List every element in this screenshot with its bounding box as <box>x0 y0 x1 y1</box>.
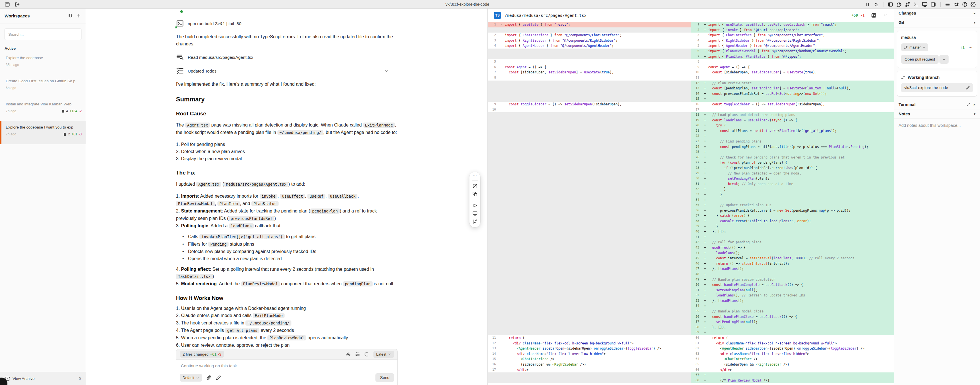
changes-section-label: Changes <box>899 11 916 16</box>
terminal-section-header[interactable]: Terminal ▸ <box>894 100 980 110</box>
annotate-icon[interactable] <box>216 375 221 380</box>
tool-call-row[interactable]: npm run build 2>&1 | tail -80 <box>176 19 397 27</box>
tool-call-row[interactable]: Updated Todos <box>176 67 397 75</box>
changes-section-header[interactable]: Changes ▸ <box>894 9 980 18</box>
diff-new-side: 19+ const loadPlans = useCallback(async … <box>691 118 894 123</box>
git-section-header[interactable]: Git ▾ <box>894 18 980 27</box>
working-branch-input[interactable]: vk/3ccf-explore-the-code <box>901 83 973 92</box>
diff-row: 36+ previousPlanIdsRef.current = new Set… <box>488 208 894 213</box>
workspace-item[interactable]: Install and integrate Vibe Kanban Web7h … <box>0 98 86 121</box>
panel-right-icon[interactable] <box>931 2 936 7</box>
list-item: 5. Modal rendering: Added the PlanReview… <box>176 280 397 288</box>
monitor-icon[interactable] <box>922 2 928 7</box>
drag-handle[interactable]: ⋯ <box>473 174 477 177</box>
layers-icon[interactable] <box>68 13 73 18</box>
open-pull-request-button[interactable]: Open pull request <box>901 55 939 64</box>
latest-version-button[interactable]: Latest <box>374 351 394 358</box>
pause-icon[interactable] <box>865 2 870 7</box>
diff-row: 68+ {/* Plan Review Modal */} <box>488 378 894 383</box>
diff-row: 34+ <box>488 197 894 203</box>
diff-row: 40+ }, []); <box>488 229 894 234</box>
collapse-up-icon[interactable] <box>873 2 879 7</box>
code-line: import { RightSidebar } from "@/componen… <box>708 38 821 43</box>
diff-old-side: 5 <box>488 59 691 65</box>
image-off-icon[interactable] <box>473 184 477 188</box>
diff-row: 57+ setPendingPlan(null); <box>488 319 894 325</box>
diff-new-side: 24+ const pendingPlans = allPlans.filter… <box>691 144 894 150</box>
copy-icon[interactable] <box>473 192 477 197</box>
line-number: 5 <box>691 43 702 49</box>
tool-call-row[interactable]: Read medusa/src/pages/Agent.tsx <box>176 53 397 61</box>
send-button[interactable]: Send <box>375 373 394 382</box>
message-composer[interactable]: Continue working on this task... Default… <box>176 360 398 385</box>
toggle-preview-icon[interactable] <box>871 13 876 18</box>
diff-split-view[interactable]: 1-import { useState } from "react";1+imp… <box>488 22 894 385</box>
diff-old-side <box>488 192 691 197</box>
diff-sign <box>499 256 505 261</box>
git-branch-icon[interactable] <box>473 219 477 224</box>
view-archive-button[interactable]: View Archive 0 <box>0 372 86 385</box>
settings-icon[interactable] <box>970 2 976 7</box>
search-input[interactable] <box>5 29 81 40</box>
files-changed-pill[interactable]: 2 files changed +61 -3 <box>180 351 224 358</box>
menu-icon[interactable] <box>945 2 950 7</box>
more-actions-button[interactable]: ⋯ <box>969 45 973 50</box>
diff-row: 1017 <box>488 107 894 113</box>
diff-sign: + <box>702 277 708 282</box>
attach-file-icon[interactable] <box>207 375 212 380</box>
chevron-down-icon <box>923 46 926 49</box>
line-number: 16 <box>691 102 702 107</box>
diff-sign: + <box>702 155 708 160</box>
pull-request-options-button[interactable] <box>939 55 948 64</box>
diff-sign: + <box>702 96 708 102</box>
terminal-section-label: Terminal <box>899 102 915 107</box>
chat-bubble-icon[interactable] <box>896 2 902 7</box>
workspace-item[interactable]: Explore the codebase I want you to exp7h… <box>0 121 86 144</box>
diff-header: TS /medusa/medusa/src/pages/Agent.tsx +5… <box>488 9 894 22</box>
line-number: 2 <box>488 33 499 38</box>
diff-new-side: 22+ <box>691 134 894 139</box>
collapse-file-icon[interactable] <box>883 13 888 18</box>
monitor-icon[interactable] <box>473 211 477 216</box>
diff-row: 27+ for (const plan of pendingPlans) { <box>488 160 894 165</box>
branch-select-button[interactable]: master <box>901 43 928 51</box>
diff-sign: + <box>702 288 708 293</box>
diff-sign: + <box>702 81 708 86</box>
edit-branch-icon[interactable] <box>966 86 970 90</box>
tasks-icon[interactable] <box>355 352 360 357</box>
mode-select-button[interactable]: Default <box>180 374 202 382</box>
line-number: 4 <box>488 43 499 49</box>
line-number <box>488 181 499 187</box>
sparkle-icon[interactable] <box>346 352 351 357</box>
line-number: 14 <box>488 351 499 357</box>
megaphone-icon[interactable] <box>953 2 959 7</box>
diff-row: 31+ break; // Only open one at a time <box>488 181 894 187</box>
line-number <box>488 134 499 139</box>
diff-sign <box>702 38 708 43</box>
workspace-item[interactable]: Explore the codebase35m ago <box>0 52 86 75</box>
code-line: const interval = setInterval(loadPlans, … <box>708 256 854 261</box>
line-number <box>488 282 499 288</box>
diff-sign: + <box>702 234 708 240</box>
line-number: 53 <box>691 298 702 304</box>
notes-section-header[interactable]: Notes ▾ <box>894 110 980 119</box>
sign-out-icon[interactable] <box>14 2 20 7</box>
diff-new-side: 50+ const handlePlanComplete = useCallba… <box>691 282 894 288</box>
terminal-icon[interactable] <box>913 2 919 7</box>
chevron-down-icon[interactable] <box>384 68 388 73</box>
dock-panel-icon[interactable] <box>5 2 10 7</box>
notes-placeholder[interactable]: Add notes about this workspace... <box>894 119 980 385</box>
help-icon[interactable] <box>962 2 967 7</box>
diff-old-side <box>488 181 691 187</box>
expand-terminal-icon[interactable] <box>967 103 970 107</box>
code-line: useEffect(() => { <box>708 245 746 250</box>
workspace-item[interactable]: Create Good First Issues on Github So p6… <box>0 75 86 98</box>
panel-left-icon[interactable] <box>888 2 893 7</box>
diff-sign: + <box>702 118 708 123</box>
new-workspace-button[interactable] <box>76 13 81 18</box>
diff-row: 20+ try { <box>488 123 894 128</box>
diff-new-side: 20+ try { <box>691 123 894 128</box>
git-compare-icon[interactable] <box>905 2 910 7</box>
play-icon[interactable] <box>473 203 477 208</box>
line-number: 28 <box>691 165 702 171</box>
